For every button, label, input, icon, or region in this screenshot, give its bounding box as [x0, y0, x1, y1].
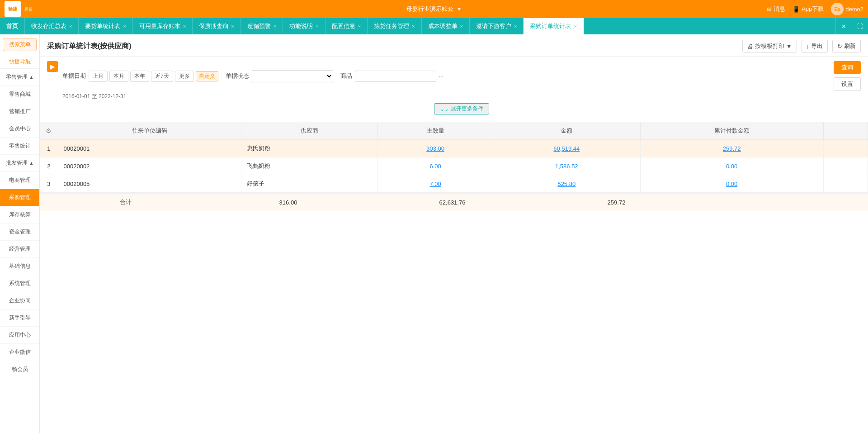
- sidebar-item-member[interactable]: 会员中心: [0, 120, 39, 138]
- cell-amount[interactable]: 1,586.52: [493, 157, 640, 175]
- sidebar-item-inventory[interactable]: 库存核算: [0, 206, 39, 224]
- sidebar-item-retail-shop[interactable]: 零售商城: [0, 86, 39, 103]
- sidebar-item-sys-manage[interactable]: 系统管理: [0, 275, 39, 292]
- cell-code: 00020001: [58, 140, 241, 157]
- cell-extra: [823, 157, 868, 175]
- filter-goods-item: 商品 ···: [340, 71, 444, 82]
- filter-bar: ▶ 单据日期 上月 本月 本年 近7天 更多: [40, 57, 868, 122]
- close-icon[interactable]: ×: [514, 24, 517, 29]
- status-select[interactable]: [252, 70, 333, 82]
- sidebar-item-wholesale[interactable]: 批发管理 ▲: [0, 155, 39, 172]
- nav-tabs: 首页 收发存汇总表 × 要货单统计表 × 可用量库存账本 × 保质期查询 × 超…: [0, 18, 868, 34]
- filter-status-item: 单据状态: [226, 70, 333, 82]
- print-btn[interactable]: 🖨 按模板打印 ▼: [742, 40, 797, 52]
- col-paid: 累计付款金额: [640, 122, 823, 140]
- tab-overstock-warning[interactable]: 超储预警 ×: [241, 18, 283, 34]
- close-icon[interactable]: ×: [69, 24, 72, 29]
- cell-qty[interactable]: 303.00: [378, 140, 493, 157]
- search-menu-section: 搜索菜单: [0, 34, 39, 55]
- tab-order-summary[interactable]: 要货单统计表 ×: [79, 18, 132, 34]
- cell-supplier: 好孩子: [241, 175, 378, 193]
- tab-home[interactable]: 首页: [0, 18, 25, 34]
- refresh-icon: ↻: [837, 43, 842, 50]
- sidebar-item-operation[interactable]: 经营管理: [0, 241, 39, 258]
- tab-warranty-query[interactable]: 保质期查询 ×: [193, 18, 241, 34]
- btn-more-dates[interactable]: 更多: [175, 71, 194, 82]
- close-icon[interactable]: ×: [358, 24, 361, 29]
- sidebar-item-purchase[interactable]: 采购管理: [0, 189, 39, 206]
- user-profile[interactable]: Ea demo2: [831, 3, 863, 15]
- expand-more-section: ⌄⌄ 展开更多条件: [62, 100, 861, 117]
- tab-cost-adjust[interactable]: 成本调整单 ×: [422, 18, 470, 34]
- sidebar-item-retail[interactable]: 零售管理 ▲: [0, 69, 39, 86]
- expand-tabs-btn[interactable]: ⛶: [852, 18, 868, 34]
- content-inner: 采购订单统计表(按供应商) 🖨 按模板打印 ▼ ↓ 导出 ↻ 刷新: [40, 34, 868, 433]
- avatar: Ea: [831, 3, 844, 15]
- sidebar-item-marketing[interactable]: 营销推广: [0, 103, 39, 120]
- settings-btn[interactable]: 设置: [834, 77, 861, 91]
- refresh-btn[interactable]: ↻ 刷新: [832, 40, 861, 52]
- tab-purchase-summary[interactable]: 采购订单统计表 ×: [524, 18, 583, 34]
- sidebar-item-basic-info[interactable]: 基础信息: [0, 258, 39, 275]
- btn-last-month[interactable]: 上月: [89, 71, 108, 82]
- content: 采购订单统计表(按供应商) 🖨 按模板打印 ▼ ↓ 导出 ↻ 刷新: [40, 34, 868, 433]
- close-tab-btn[interactable]: ✕: [835, 18, 852, 34]
- sidebar-item-ecommerce[interactable]: 电商管理: [0, 172, 39, 189]
- cell-no: 1: [40, 140, 58, 157]
- tab-receive-summary[interactable]: 收发存汇总表 ×: [25, 18, 79, 34]
- cell-supplier: 惠氏奶粉: [241, 140, 378, 157]
- btn-this-year[interactable]: 本年: [130, 71, 149, 82]
- cell-paid[interactable]: 259.72: [640, 140, 823, 157]
- cell-supplier: 飞鹤奶粉: [241, 157, 378, 175]
- cell-amount[interactable]: 60,519.44: [493, 140, 640, 157]
- sidebar-item-finance[interactable]: 资金管理: [0, 224, 39, 241]
- expand-conditions-btn[interactable]: ⌄⌄ 展开更多条件: [434, 103, 489, 114]
- filter-expand-arrow[interactable]: ▶: [47, 61, 58, 72]
- goods-label: 商品: [340, 72, 352, 80]
- goods-input[interactable]: [355, 71, 436, 82]
- sidebar-item-retail-stat[interactable]: 零售统计: [0, 138, 39, 155]
- tab-available-inventory[interactable]: 可用量库存账本 ×: [133, 18, 193, 34]
- btn-last-7days[interactable]: 近7天: [151, 71, 173, 82]
- close-icon[interactable]: ×: [231, 24, 234, 29]
- close-icon[interactable]: ×: [123, 24, 126, 29]
- cell-no: 2: [40, 157, 58, 175]
- tab-config-info[interactable]: 配置信息 ×: [326, 18, 368, 34]
- tab-invite-downstream[interactable]: 邀请下游客户 ×: [470, 18, 524, 34]
- date-quick-btns: 上月 本月 本年 近7天 更多 自定义: [89, 71, 218, 82]
- cell-paid[interactable]: 0.00: [640, 157, 823, 175]
- sidebar-item-new-guide[interactable]: 新手引导: [0, 309, 39, 327]
- date-range-display: 2016-01-01 至 2023-12-31: [62, 93, 861, 100]
- sidebar-item-enterprise-coop[interactable]: 企业协同: [0, 292, 39, 309]
- btn-this-month[interactable]: 本月: [109, 71, 128, 82]
- close-icon[interactable]: ×: [412, 24, 415, 29]
- app-download-btn[interactable]: 📱 App下载: [793, 5, 824, 13]
- gear-icon[interactable]: ⚙: [46, 127, 52, 134]
- close-icon[interactable]: ×: [316, 24, 318, 29]
- close-icon[interactable]: ×: [574, 24, 576, 29]
- tab-function-desc[interactable]: 功能说明 ×: [283, 18, 325, 34]
- search-menu-btn[interactable]: 搜索菜单: [3, 38, 37, 51]
- message-btn[interactable]: ✉ 消息: [767, 5, 785, 13]
- cell-qty[interactable]: 6.00: [378, 157, 493, 175]
- export-btn[interactable]: ↓ 导出: [802, 40, 828, 52]
- close-icon[interactable]: ×: [460, 24, 463, 29]
- cell-paid[interactable]: 0.00: [640, 175, 823, 193]
- close-icon[interactable]: ×: [274, 24, 276, 29]
- tab-pick-task[interactable]: 拣货任务管理 ×: [368, 18, 421, 34]
- sidebar-item-vip[interactable]: 畅会员: [0, 361, 39, 378]
- more-options-icon[interactable]: ···: [439, 73, 444, 80]
- quick-nav-btn[interactable]: 快捷导航: [0, 55, 39, 69]
- app-logo: 畅捷: [5, 1, 21, 17]
- table-row: 2 00020002 飞鹤奶粉 6.00 1,586.52 0.00: [40, 157, 868, 175]
- query-btn[interactable]: 查询: [834, 61, 861, 74]
- close-icon[interactable]: ×: [183, 24, 186, 29]
- cell-qty[interactable]: 7.00: [378, 175, 493, 193]
- sidebar-item-enterprise-wechat[interactable]: 企业微信: [0, 344, 39, 361]
- page-header: 采购订单统计表(按供应商) 🖨 按模板打印 ▼ ↓ 导出 ↻ 刷新: [40, 34, 868, 57]
- sidebar-item-app-center[interactable]: 应用中心: [0, 327, 39, 344]
- nav-tabs-end: ✕ ⛶: [835, 18, 868, 34]
- cell-amount[interactable]: 525.80: [493, 175, 640, 193]
- cell-extra: [823, 140, 868, 157]
- status-label: 单据状态: [226, 72, 249, 80]
